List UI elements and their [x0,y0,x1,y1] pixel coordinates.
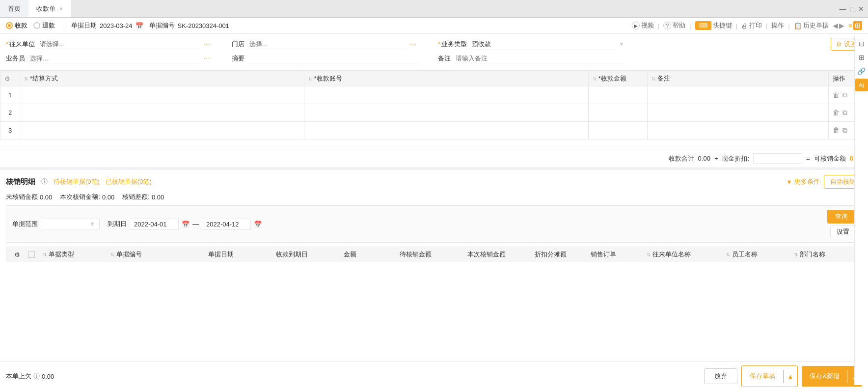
nav-left-icon[interactable]: ◀ [833,22,838,29]
table-row: 1 🗑 ⧉ [0,86,868,104]
row-2-settlement[interactable] [20,104,304,122]
sidebar-icon-2[interactable]: ⊞ [855,51,868,64]
row-1-settlement[interactable] [20,86,304,104]
nav-right-icon[interactable]: ▶ [839,22,844,29]
abandon-button[interactable]: 放弃 [704,368,737,384]
business-type-arrow[interactable]: ▼ [619,41,624,48]
sum-equals: = [806,155,810,162]
sidebar-icon-ai[interactable]: Ai [855,79,868,91]
row-3-settlement[interactable] [20,122,304,140]
note-input[interactable] [454,54,624,63]
vth-type: ⇅ 单据类型 [39,250,107,259]
th-settlement-label: *结算方式 [30,75,58,82]
date-to-input[interactable] [202,219,251,230]
query-button[interactable]: 查询 [827,210,856,223]
print-btn[interactable]: 🖨 打印 [741,21,762,30]
summary-input[interactable] [247,54,418,63]
radio-receipt[interactable]: 收款 [6,21,27,30]
row-2-note[interactable] [647,104,828,122]
partner-label: *往来单位 [6,40,35,49]
radio-refund[interactable]: 退款 [33,21,55,30]
more-conditions-btn[interactable]: ▼ 更多条件 [786,177,820,186]
row-3-account[interactable] [304,122,588,140]
current-verify-label: 本次核销金额: [60,193,100,201]
help-label: 帮助 [673,21,685,30]
unverified-value: 0.00 [40,194,52,201]
history-btn[interactable]: 📋 历史单据 [794,21,829,30]
window-close-icon[interactable]: ✕ [858,5,864,13]
verify-info-icon[interactable]: ⓘ [41,177,48,186]
row-3-copy-btn[interactable]: ⧉ [842,126,847,135]
abandon-label: 放弃 [714,372,727,380]
row-1-account[interactable] [304,86,588,104]
date-to-calendar-icon[interactable]: 📅 [254,221,262,228]
row-num-1: 1 [0,86,20,104]
bottom-actions: 放弃 保存草稿 ▲ 保存&新增 ▲ [704,365,862,387]
video-btn[interactable]: ▶ 视频 [632,21,654,30]
sidebar-icon-1[interactable]: ⊟ [855,37,868,50]
tab-home[interactable]: 首页 [0,0,28,17]
row-2-delete-btn[interactable]: 🗑 [833,109,840,117]
query-btn-label: 查询 [835,213,848,220]
staff-more-btn[interactable]: ··· [202,54,212,63]
row-3-delete-btn[interactable]: 🗑 [833,126,840,135]
row-1-note[interactable] [647,86,828,104]
pending-tab[interactable]: 待核销单据(0笔) [54,177,100,186]
th-settings: ⚙ [0,71,20,86]
row-1-amount[interactable] [588,86,647,104]
row-2-account[interactable] [304,104,588,122]
shortcut-btn[interactable]: ⌨ 快捷键 [695,21,732,30]
view-grid-icon[interactable]: ⊞ [853,21,862,30]
partner-input[interactable] [38,39,199,49]
vth-checkbox[interactable] [28,251,35,258]
net-label: 可核销金额 [814,154,846,163]
save-draft-arrow-icon[interactable]: ▲ [783,370,798,383]
settings-icon: ⚙ [836,41,842,48]
done-tab[interactable]: 已核销单据(0笔) [106,177,152,186]
tab-receipt[interactable]: 收款单 × [28,0,71,17]
view-list-icon[interactable]: ≡ [848,22,852,29]
form-area: *往来单位 ··· 门店 ··· *业务类型 预收款 ▼ [0,34,868,71]
row-3-amount[interactable] [588,122,647,140]
window-minimize-icon[interactable]: — [840,5,846,13]
tab-close-icon[interactable]: × [59,5,63,12]
calendar-icon[interactable]: 📅 [136,22,143,29]
shop-input[interactable] [247,39,405,49]
history-label: 历史单据 [803,21,829,30]
row-3-note[interactable] [647,122,828,140]
operation-btn[interactable]: 操作 [771,21,784,30]
vth-date-label: 单据日期 [208,250,234,259]
staff-input[interactable] [28,54,199,63]
row-1-copy-btn[interactable]: ⧉ [842,91,847,99]
bottom-info-icon[interactable]: ⓘ [33,372,40,381]
date-from-calendar-icon[interactable]: 📅 [182,221,190,228]
table-settings-icon[interactable]: ⚙ [4,75,10,83]
th-action-label: 操作 [833,75,845,82]
date-from-input[interactable] [130,219,179,230]
video-label: 视频 [641,21,654,30]
range-select[interactable]: ▼ [41,219,100,229]
vth-settings-icon[interactable]: ⚙ [14,251,20,258]
help-btn[interactable]: ? 帮助 [663,21,685,30]
verify-stats: 未核销金额 0.00 本次核销金额: 0.00 核销差额: 0.00 [6,193,862,201]
verify-filter-row: 单据范围 ▼ 到期日 📅 — 📅 查询 设置 [6,205,862,243]
tab-receipt-label: 收款单 [36,4,55,13]
save-new-button[interactable]: 保存&新增 ▲ [802,366,862,387]
row-2-amount[interactable] [588,104,647,122]
radio-refund-circle [33,22,40,29]
verify-settings-button[interactable]: 设置 [830,225,856,238]
diff-value: 0.00 [152,194,164,201]
th-account-label: *收款账号 [314,75,342,82]
sidebar-icon-link[interactable]: 🔗 [855,65,868,78]
number-field: 单据编号 SK-20230324-001 [149,21,230,30]
toolbar: 收款 退款 单据日期 2023-03-24 📅 单据编号 SK-20230324… [0,18,868,34]
partner-more-btn[interactable]: ··· [202,40,212,49]
window-maximize-icon[interactable]: □ [850,5,854,13]
vth-settings: ⚙ [10,251,24,258]
save-draft-button[interactable]: 保存草稿 ▲ [741,365,798,387]
row-2-copy-btn[interactable]: ⧉ [842,109,847,117]
shop-more-btn[interactable]: ··· [408,40,418,49]
discount-input[interactable] [753,153,802,164]
verify-right-actions: ▼ 更多条件 自动核销 [786,175,862,189]
row-1-delete-btn[interactable]: 🗑 [833,91,840,99]
